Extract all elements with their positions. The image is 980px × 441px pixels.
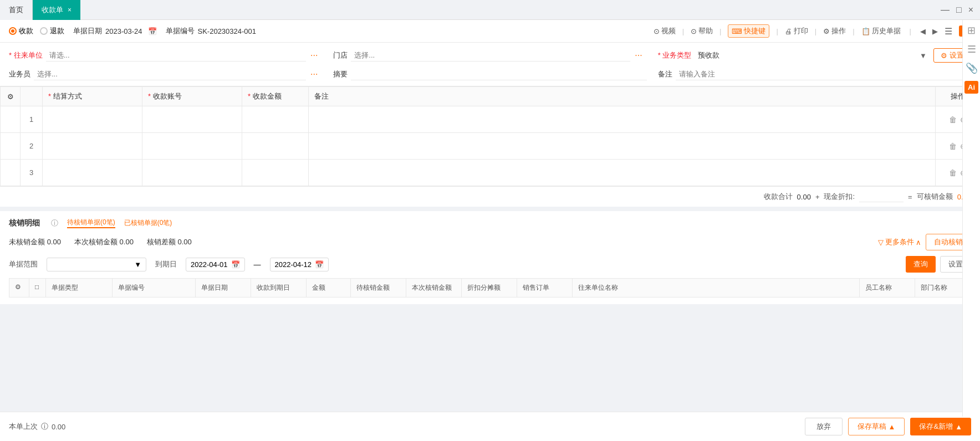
arrow-left-icon[interactable]: ◀	[920, 27, 926, 35]
net-label: 可核销金额	[917, 192, 953, 202]
arrow-right-icon[interactable]: ▶	[932, 27, 938, 35]
vt-party-col: 往来单位名称	[573, 279, 860, 297]
tab-home-label: 首页	[9, 5, 23, 15]
row-settlement-1[interactable]	[43, 106, 142, 133]
radio-tuikuan[interactable]: 退款	[40, 26, 64, 36]
bottom-bar: 本单上次 ⓘ 0.00 放弃 保存草稿 ▲ 保存&新增 ▲	[0, 412, 980, 441]
tab-active[interactable]: 收款单 ×	[33, 0, 80, 20]
verification-header: 核销明细 ⓘ 待核销单据(0笔) 已核销单据(0笔)	[9, 218, 971, 228]
video-icon: ⊙	[654, 27, 660, 35]
restore-icon[interactable]: □	[956, 5, 962, 15]
tab-close-icon[interactable]: ×	[68, 6, 72, 14]
summary-label: 摘要	[333, 69, 348, 79]
date-value[interactable]: 2023-03-24	[105, 27, 142, 35]
print-btn[interactable]: 🖨 打印	[785, 26, 808, 36]
no-value[interactable]: SK-20230324-001	[198, 27, 257, 35]
calendar-icon[interactable]: 📅	[148, 27, 157, 35]
diff-stat: 核销差额 0.00	[147, 237, 192, 247]
row-remark-3[interactable]	[309, 160, 936, 186]
table-col-settlement: 结算方式	[43, 87, 142, 106]
summary-field: 摘要	[333, 68, 646, 80]
query-btn[interactable]: 查询	[906, 256, 936, 273]
verification-info-icon[interactable]: ⓘ	[51, 218, 58, 228]
sep4: |	[815, 27, 816, 35]
counterparty-more-icon[interactable]: ···	[310, 50, 318, 60]
sidebar-ai-icon[interactable]: Ai	[964, 81, 978, 94]
tab-home[interactable]: 首页	[0, 0, 33, 20]
biz-type-dropdown-icon[interactable]: ▼	[920, 52, 927, 60]
no-label: 单据编号	[166, 26, 195, 36]
settings-sm-label: 设置	[948, 260, 963, 268]
vt-checkbox-col[interactable]: □	[29, 279, 46, 297]
filter-right: ▽ 更多条件 ∧ 自动核销	[878, 234, 971, 250]
radio-shoukuan-label: 收款	[19, 26, 33, 36]
due-to-field[interactable]: 2022-04-12 📅	[270, 258, 329, 271]
row-account-1[interactable]	[142, 106, 242, 133]
toolbar: 收款 退款 单据日期 2023-03-24 📅 单据编号 SK-20230324…	[0, 20, 980, 43]
history-icon: 📋	[861, 27, 870, 35]
staff-more-icon[interactable]: ···	[310, 69, 318, 79]
biz-type-field: * 业务类型 预收款 ▼ ⚙ 设置	[658, 48, 971, 63]
abandon-btn[interactable]: 放弃	[805, 418, 843, 435]
query-label: 查询	[913, 260, 928, 268]
summary-row: 收款合计 0.00 + 现金折扣: = 可核销金额 0.00	[0, 186, 980, 207]
sidebar-attach-icon[interactable]: 📎	[966, 62, 978, 74]
row-amount-2[interactable]	[242, 133, 309, 160]
shortcut-btn[interactable]: ⌨ 快捷键	[728, 24, 769, 38]
save-new-btn[interactable]: 保存&新增 ▲	[910, 418, 971, 435]
delete-icon-1[interactable]: 🗑	[949, 115, 957, 124]
row-num-1: 1	[21, 106, 43, 133]
history-btn[interactable]: 📋 历史单据	[861, 26, 901, 36]
vt-type-col: 单据类型	[46, 279, 113, 297]
store-more-icon[interactable]: ···	[635, 50, 642, 60]
store-field: 门店 ···	[333, 49, 646, 61]
sidebar-list-icon[interactable]: ☰	[967, 43, 976, 55]
summary-input[interactable]	[351, 68, 646, 80]
row-amount-3[interactable]	[242, 160, 309, 186]
store-input[interactable]	[351, 49, 630, 61]
vt-gear-col[interactable]: ⚙	[9, 279, 29, 297]
due-from-field[interactable]: 2022-04-01 📅	[186, 258, 245, 271]
discount-input[interactable]	[859, 191, 904, 202]
done-tab[interactable]: 已核销单据(0笔)	[124, 218, 172, 228]
operate-btn[interactable]: ⚙ 操作	[823, 26, 846, 36]
filter-buttons: 查询 设置	[906, 256, 971, 273]
total-value: 0.00	[797, 193, 811, 201]
list-icon[interactable]: ☰	[945, 26, 952, 37]
row-num-2: 2	[21, 133, 43, 160]
sep2: |	[719, 27, 721, 35]
draft-btn[interactable]: 保存草稿 ▲	[848, 418, 905, 435]
staff-input[interactable]	[34, 68, 306, 80]
shortcut-label: 快捷键	[744, 26, 765, 36]
prev-info-icon[interactable]: ⓘ	[41, 422, 48, 432]
row-settlement-2[interactable]	[43, 133, 142, 160]
prev-value: 0.00	[52, 423, 65, 431]
remark-field: 备注	[658, 68, 971, 80]
calendar-from-icon: 📅	[231, 260, 240, 269]
video-btn[interactable]: ⊙ 视频	[654, 26, 676, 36]
filter-icon: ▽	[878, 238, 884, 247]
more-conditions-btn[interactable]: ▽ 更多条件 ∧	[878, 237, 921, 247]
minimize-icon[interactable]: —	[941, 5, 950, 15]
range-select[interactable]: ▼	[47, 258, 146, 271]
delete-icon-3[interactable]: 🗑	[949, 168, 957, 177]
counterparty-input[interactable]	[46, 49, 306, 61]
row-amount-1[interactable]	[242, 106, 309, 133]
row-remark-2[interactable]	[309, 133, 936, 160]
sidebar-grid-icon[interactable]: ⊞	[967, 24, 976, 37]
delete-icon-2[interactable]: 🗑	[949, 142, 957, 151]
pending-tab[interactable]: 待核销单据(0笔)	[67, 218, 115, 228]
print-label: 打印	[794, 26, 808, 36]
table-gear-header[interactable]: ⚙	[1, 87, 21, 106]
remark-input[interactable]	[676, 68, 971, 80]
row-account-3[interactable]	[142, 160, 242, 186]
draft-dropdown-icon: ▲	[889, 423, 896, 431]
current-value: 0.00	[120, 238, 134, 246]
close-window-icon[interactable]: ×	[968, 5, 973, 15]
vt-current-col: 本次核销金额	[406, 279, 462, 297]
row-remark-1[interactable]	[309, 106, 936, 133]
help-btn[interactable]: ⊙ 帮助	[691, 26, 713, 36]
row-account-2[interactable]	[142, 133, 242, 160]
radio-shoukuan[interactable]: 收款	[9, 26, 33, 36]
row-settlement-3[interactable]	[43, 160, 142, 186]
